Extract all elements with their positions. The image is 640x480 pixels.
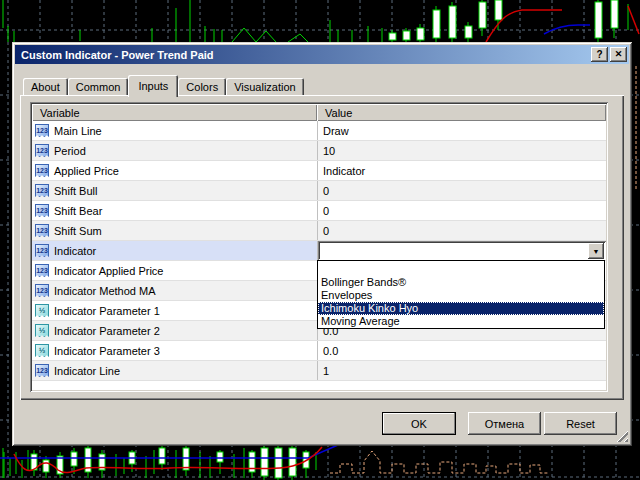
- variable-label: Indicator Method MA: [54, 285, 156, 297]
- double-type-icon: ½: [35, 324, 49, 337]
- dropdown-option-bollinger-bands[interactable]: Bollinger Bands®: [318, 276, 604, 289]
- tab-inputs[interactable]: Inputs: [128, 75, 178, 97]
- variable-label: Indicator Parameter 1: [54, 305, 160, 317]
- reset-button[interactable]: Reset: [544, 412, 617, 435]
- variable-label: Indicator Line: [54, 365, 120, 377]
- variable-label: Main Line: [54, 125, 102, 137]
- value-cell[interactable]: 0: [317, 201, 606, 220]
- table-row[interactable]: 123Shift Bull 0: [32, 181, 606, 201]
- dropdown-option-ichimoku-kinko-hyo[interactable]: Ichimoku Kinko Hyo: [318, 302, 604, 315]
- int-type-icon: 123: [35, 184, 49, 197]
- custom-indicator-dialog: Custom Indicator - Power Trend Paid ? ✕ …: [12, 42, 632, 446]
- tab-colors[interactable]: Colors: [178, 78, 226, 95]
- int-type-icon: 123: [35, 164, 49, 177]
- indicator-combobox[interactable]: ▼: [318, 241, 606, 260]
- int-type-icon: 123: [35, 264, 49, 277]
- double-type-icon: ½: [35, 344, 49, 357]
- value-cell[interactable]: 0: [317, 181, 606, 200]
- int-type-icon: 123: [35, 124, 49, 137]
- table-row[interactable]: ½Indicator Parameter 3 0.0: [32, 341, 606, 361]
- indicator-dropdown-list: Bollinger Bands® Envelopes Ichimoku Kink…: [317, 260, 605, 329]
- variable-label: Shift Bull: [54, 185, 97, 197]
- inputs-tab-panel: Variable Value 123Main Line Draw 123Peri…: [20, 95, 624, 400]
- int-type-icon: 123: [35, 224, 49, 237]
- int-type-icon: 123: [35, 204, 49, 217]
- variable-label: Applied Price: [54, 165, 119, 177]
- table-row[interactable]: 123Applied Price Indicator: [32, 161, 606, 181]
- variable-label: Shift Sum: [54, 225, 102, 237]
- tab-visualization[interactable]: Visualization: [226, 78, 304, 95]
- table-row[interactable]: 123Shift Sum 0: [32, 221, 606, 241]
- dropdown-arrow-icon[interactable]: ▼: [588, 243, 604, 259]
- value-cell[interactable]: 0: [317, 221, 606, 240]
- value-cell[interactable]: Draw: [317, 121, 606, 140]
- dialog-title: Custom Indicator - Power Trend Paid: [21, 49, 589, 61]
- int-type-icon: 123: [35, 284, 49, 297]
- column-header-variable: Variable: [32, 104, 317, 121]
- table-row-selected[interactable]: 123Indicator ▼: [32, 241, 606, 261]
- value-cell[interactable]: 0.0: [317, 341, 606, 360]
- tab-common[interactable]: Common: [68, 78, 129, 95]
- cancel-button[interactable]: Отмена: [468, 412, 541, 435]
- dropdown-option-envelopes[interactable]: Envelopes: [318, 289, 604, 302]
- variable-label: Shift Bear: [54, 205, 102, 217]
- variable-label: Indicator Parameter 3: [54, 345, 160, 357]
- variable-label: Period: [54, 145, 86, 157]
- table-header: Variable Value: [32, 104, 606, 121]
- tab-about[interactable]: About: [23, 78, 68, 95]
- int-type-icon: 123: [35, 364, 49, 377]
- table-row[interactable]: 123Main Line Draw: [32, 121, 606, 141]
- close-button[interactable]: ✕: [610, 47, 627, 62]
- table-row[interactable]: 123Indicator Line 1: [32, 361, 606, 381]
- variable-label: Indicator: [54, 245, 96, 257]
- value-cell[interactable]: 10: [317, 141, 606, 160]
- variable-label: Indicator Parameter 2: [54, 325, 160, 337]
- table-row[interactable]: 123Shift Bear 0: [32, 201, 606, 221]
- double-type-icon: ½: [35, 304, 49, 317]
- ok-button[interactable]: OK: [382, 412, 456, 435]
- int-type-icon: 123: [35, 244, 49, 257]
- int-type-icon: 123: [35, 144, 49, 157]
- dropdown-option-empty[interactable]: [318, 263, 604, 276]
- help-button[interactable]: ?: [591, 47, 608, 62]
- combobox-value: [322, 244, 586, 258]
- value-cell[interactable]: 1: [317, 361, 606, 380]
- tab-bar: About Common Inputs Colors Visualization: [23, 75, 304, 97]
- variable-label: Indicator Applied Price: [54, 265, 163, 277]
- column-header-value: Value: [317, 104, 606, 121]
- dropdown-option-moving-average[interactable]: Moving Average: [318, 315, 604, 328]
- titlebar[interactable]: Custom Indicator - Power Trend Paid ? ✕: [15, 45, 629, 64]
- inputs-table: Variable Value 123Main Line Draw 123Peri…: [30, 102, 608, 392]
- table-row[interactable]: 123Period 10: [32, 141, 606, 161]
- value-cell[interactable]: Indicator: [317, 161, 606, 180]
